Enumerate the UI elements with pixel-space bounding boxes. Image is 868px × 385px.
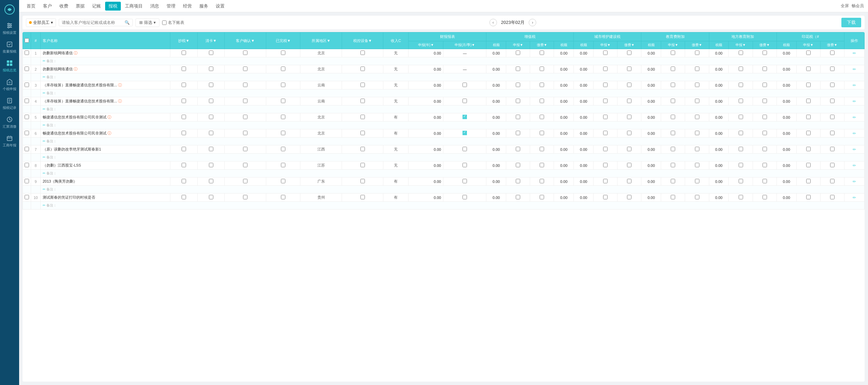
- edu-pay-checkbox[interactable]: [695, 195, 699, 199]
- prev-month-btn[interactable]: ‹: [489, 19, 497, 26]
- completed-checkbox[interactable]: [281, 83, 285, 87]
- device-checkbox[interactable]: [360, 163, 365, 167]
- chaoshui-checkbox[interactable]: [182, 163, 186, 167]
- completed-checkbox[interactable]: [281, 51, 285, 55]
- remark-edit-icon[interactable]: ✏: [43, 187, 45, 191]
- chaoshui-checkbox[interactable]: [182, 99, 186, 103]
- vat-pay-checkbox[interactable]: [540, 163, 544, 167]
- nav-gongshang[interactable]: 工商项目: [122, 2, 146, 11]
- stamp-apply-checkbox[interactable]: [806, 67, 811, 71]
- edu-apply-checkbox[interactable]: [671, 67, 675, 71]
- city-pay-checkbox[interactable]: [627, 51, 631, 55]
- edu-pay-checkbox[interactable]: [695, 67, 699, 71]
- edu-pay-checkbox[interactable]: [695, 179, 699, 183]
- local-apply-checkbox[interactable]: [739, 115, 743, 119]
- edu-apply-checkbox[interactable]: [671, 195, 675, 199]
- vat-pay-checkbox[interactable]: [540, 67, 544, 71]
- city-pay-checkbox[interactable]: [627, 163, 631, 167]
- qingka-checkbox[interactable]: [209, 179, 213, 183]
- row-checkbox[interactable]: [25, 179, 29, 183]
- stamp-apply-checkbox[interactable]: [806, 115, 811, 119]
- nav-fuwu[interactable]: 服务: [196, 2, 212, 11]
- city-pay-checkbox[interactable]: [627, 195, 631, 199]
- named-list-checkbox[interactable]: [162, 20, 167, 25]
- qingka-checkbox[interactable]: [209, 115, 213, 119]
- local-apply-checkbox[interactable]: [739, 51, 743, 55]
- year-checkbox[interactable]: [463, 179, 467, 183]
- nav-guanli[interactable]: 管理: [163, 2, 179, 11]
- stamp-apply-checkbox[interactable]: [806, 147, 811, 151]
- device-checkbox[interactable]: [360, 131, 365, 135]
- edit-button[interactable]: ✏: [853, 115, 856, 120]
- local-apply-checkbox[interactable]: [739, 131, 743, 135]
- year-checkbox[interactable]: [463, 195, 467, 199]
- edit-button[interactable]: ✏: [853, 51, 856, 56]
- completed-checkbox[interactable]: [281, 147, 285, 151]
- device-checkbox[interactable]: [360, 99, 365, 103]
- chaoshui-checkbox[interactable]: [182, 131, 186, 135]
- completed-checkbox[interactable]: [281, 115, 285, 119]
- vat-apply-checkbox[interactable]: [516, 115, 520, 119]
- completed-checkbox[interactable]: [281, 179, 285, 183]
- confirm-checkbox[interactable]: [243, 99, 247, 103]
- vat-pay-checkbox[interactable]: [540, 195, 544, 199]
- city-pay-checkbox[interactable]: [627, 131, 631, 135]
- confirm-checkbox[interactable]: [243, 195, 247, 199]
- device-checkbox[interactable]: [360, 195, 365, 199]
- completed-checkbox[interactable]: [281, 163, 285, 167]
- edu-pay-checkbox[interactable]: [695, 163, 699, 167]
- local-pay-checkbox[interactable]: [763, 195, 767, 199]
- qingka-checkbox[interactable]: [209, 195, 213, 199]
- local-apply-checkbox[interactable]: [739, 179, 743, 183]
- edu-apply-checkbox[interactable]: [671, 115, 675, 119]
- sidebar-item-gongshang-nianbao[interactable]: 工商年报: [0, 132, 19, 151]
- qingka-checkbox[interactable]: [209, 131, 213, 135]
- device-checkbox[interactable]: [360, 83, 365, 87]
- device-checkbox[interactable]: [360, 67, 365, 71]
- edit-button[interactable]: ✏: [853, 67, 856, 72]
- edu-apply-checkbox[interactable]: [671, 99, 675, 103]
- employee-filter[interactable]: 全部员工 ▾: [26, 18, 56, 27]
- remark-edit-icon[interactable]: ✏: [43, 75, 45, 79]
- download-button[interactable]: 下载: [841, 18, 861, 27]
- stamp-pay-checkbox[interactable]: [830, 51, 835, 55]
- completed-checkbox[interactable]: [281, 99, 285, 103]
- vat-pay-checkbox[interactable]: [540, 115, 544, 119]
- confirm-checkbox[interactable]: [243, 179, 247, 183]
- edu-apply-checkbox[interactable]: [671, 179, 675, 183]
- named-list-check[interactable]: 名下账表: [162, 20, 184, 26]
- row-checkbox[interactable]: [25, 163, 29, 167]
- device-checkbox[interactable]: [360, 51, 365, 55]
- confirm-checkbox[interactable]: [243, 147, 247, 151]
- qingka-checkbox[interactable]: [209, 147, 213, 151]
- edu-apply-checkbox[interactable]: [671, 163, 675, 167]
- row-checkbox[interactable]: [25, 195, 29, 199]
- local-apply-checkbox[interactable]: [739, 67, 743, 71]
- vat-pay-checkbox[interactable]: [540, 51, 544, 55]
- edit-button[interactable]: ✏: [853, 147, 856, 152]
- local-pay-checkbox[interactable]: [763, 115, 767, 119]
- chaoshui-checkbox[interactable]: [182, 83, 186, 87]
- member-btn[interactable]: 畅会员: [852, 3, 864, 9]
- completed-checkbox[interactable]: [281, 131, 285, 135]
- local-pay-checkbox[interactable]: [763, 99, 767, 103]
- stamp-pay-checkbox[interactable]: [830, 67, 835, 71]
- city-pay-checkbox[interactable]: [627, 83, 631, 87]
- device-checkbox[interactable]: [360, 147, 365, 151]
- city-pay-checkbox[interactable]: [627, 179, 631, 183]
- vat-pay-checkbox[interactable]: [540, 131, 544, 135]
- local-pay-checkbox[interactable]: [763, 179, 767, 183]
- remark-edit-icon[interactable]: ✏: [43, 203, 45, 207]
- local-apply-checkbox[interactable]: [739, 99, 743, 103]
- qingka-checkbox[interactable]: [209, 51, 213, 55]
- vat-apply-checkbox[interactable]: [516, 51, 520, 55]
- nav-baoshui[interactable]: 报税: [105, 2, 121, 11]
- city-pay-checkbox[interactable]: [627, 147, 631, 151]
- stamp-apply-checkbox[interactable]: [806, 163, 811, 167]
- remark-edit-icon[interactable]: ✏: [43, 107, 45, 111]
- stamp-pay-checkbox[interactable]: [830, 179, 835, 183]
- confirm-checkbox[interactable]: [243, 115, 247, 119]
- city-apply-checkbox[interactable]: [603, 83, 608, 87]
- edu-apply-checkbox[interactable]: [671, 147, 675, 151]
- stamp-pay-checkbox[interactable]: [830, 163, 835, 167]
